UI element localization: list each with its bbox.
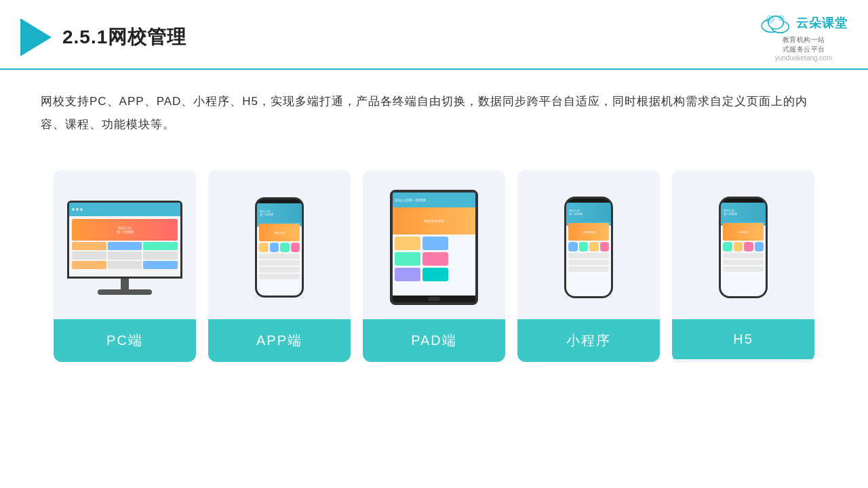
logo-triangle-icon [20, 18, 52, 56]
header-left: 2.5.1网校管理 [20, 18, 186, 56]
card-pad-image: 职达人的第一堂网课 网校名称管理 [363, 170, 505, 319]
phone-mockup-app: 职达人的第一堂网课 网校名称 [255, 197, 304, 298]
card-miniprogram: 职达人的第一堂网课 小程序网校 [517, 170, 660, 362]
card-app-image: 职达人的第一堂网课 网校名称 [208, 170, 351, 319]
page-title: 2.5.1网校管理 [62, 24, 186, 50]
svg-point-5 [766, 15, 775, 24]
description-text: 网校支持PC、APP、PAD、小程序、H5，实现多端打通，产品各终端自由切换，数… [0, 70, 868, 143]
card-pc: 职达人的第一堂网课 [54, 170, 196, 362]
card-miniprogram-label: 小程序 [517, 319, 660, 362]
card-h5-image: 职达人的第一堂网课 H5网校 [672, 170, 814, 319]
card-h5-label: H5 [672, 319, 814, 359]
phone-mockup-h5: 职达人的第一堂网课 H5网校 [719, 197, 768, 298]
cloud-icon [760, 12, 792, 34]
brand-url: yunduoketang.com [775, 54, 833, 62]
svg-point-6 [778, 15, 785, 22]
card-pc-image: 职达人的第一堂网课 [54, 170, 196, 319]
description-paragraph: 网校支持PC、APP、PAD、小程序、H5，实现多端打通，产品各终端自由切换，数… [41, 90, 827, 136]
card-h5: 职达人的第一堂网课 H5网校 [672, 170, 814, 362]
header-right: 云朵课堂 教育机构一站 式服务云平台 yunduoketang.com [760, 12, 848, 62]
phone-mockup-miniprogram: 职达人的第一堂网课 小程序网校 [564, 197, 613, 298]
page-header: 2.5.1网校管理 云朵课堂 教育机构一站 式服务云平台 yunduoketan… [0, 0, 868, 70]
brand-tagline: 教育机构一站 式服务云平台 [783, 35, 825, 54]
card-miniprogram-image: 职达人的第一堂网课 小程序网校 [517, 170, 660, 319]
cards-container: 职达人的第一堂网课 [0, 150, 868, 382]
card-pad-label: PAD端 [363, 319, 505, 362]
pc-monitor-icon: 职达人的第一堂网课 [67, 201, 182, 295]
brand-name: 云朵课堂 [796, 15, 848, 31]
card-pc-label: PC端 [54, 319, 196, 362]
card-app: 职达人的第一堂网课 网校名称 [208, 170, 351, 362]
tablet-mockup: 职达人的第一堂网课 网校名称管理 [390, 190, 478, 305]
card-app-label: APP端 [208, 319, 351, 362]
card-pad: 职达人的第一堂网课 网校名称管理 PAD端 [363, 170, 505, 362]
brand-logo: 云朵课堂 [760, 12, 848, 34]
